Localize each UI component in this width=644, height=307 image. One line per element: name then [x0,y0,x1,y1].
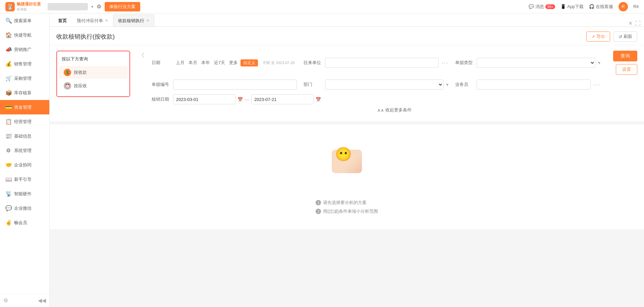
verify-date-start-input[interactable] [173,94,235,104]
sidebar-item-hardware[interactable]: 📡 智能硬件 [0,187,49,201]
collapse-more-button[interactable]: ∧∧ 收起更多条件 [377,107,412,113]
counterparty-field: 往来单位 ··· [304,58,449,68]
verify-date-label: 核销日期 [152,96,170,102]
staff-more-icon[interactable]: ··· [593,81,600,88]
search-bar-placeholder[interactable] [48,3,88,10]
refresh-button[interactable]: ↺ 刷新 [613,32,637,42]
query-button[interactable]: 查询 [613,51,637,61]
service-icon: 🎧 [589,4,594,9]
receivable-option-label: 按应收 [74,83,87,89]
purchase-icon: 🛒 [5,75,11,82]
tab-collection[interactable]: 收款核销执行 ✕ [113,14,154,27]
message-action[interactable]: 💬 消息 99+ [529,4,555,10]
date-label: 日期 [152,60,170,66]
basic-info-icon: 📰 [5,133,11,139]
dropdown-icon[interactable]: ▾ [91,4,93,9]
date-hint: 不限 至 2023-07-26 [263,60,294,65]
sidebar-item-quick-nav[interactable]: 🏠 快捷导航 [0,28,49,42]
staff-label: 业务员 [455,82,474,88]
solution-button[interactable]: 体验行业方案 [105,2,140,11]
settings-button[interactable]: 设置 [616,64,637,75]
sidebar-item-member[interactable]: ✌ 畅会员 [0,215,49,230]
verify-date-end-input[interactable] [251,94,314,104]
filter-row-2: 单据编号 部门 ▾ 业务员 [152,80,637,90]
refresh-label: 刷新 [624,34,632,40]
empty-text: 1 请先选择要分析的方案 2 用[过滤]条件来缩小分析范围 [316,198,378,216]
filter-panel: 按以下方查询 💲 按收款 ⏰ 按应收 [56,51,130,97]
calendar-end-icon[interactable]: 📅 [316,97,321,102]
filter-option-by-receipt[interactable]: 💲 按收款 [59,66,127,79]
tabbar: 首页 预付冲应付单 ✕ 收款核销执行 ✕ ✕ ⛶ [50,13,644,27]
date-custom-badge[interactable]: 自定义 [240,59,258,66]
tab-home-label: 首页 [58,18,67,24]
date-quick-thisyear[interactable]: 本年 [200,59,211,66]
date-range-sep: — [245,97,249,102]
dept-label: 部门 [304,82,322,88]
date-quick-7days[interactable]: 近7天 [213,59,226,66]
staff-field: 业务员 ··· [455,80,600,90]
date-quick-lastmonth[interactable]: 上月 [174,59,186,66]
sidebar-label-finance: 资金管理 [14,104,32,110]
verify-date-field: 核销日期 📅 — 📅 [152,94,637,104]
chevron-up-icon: ∧∧ [377,108,384,113]
sidebar-bottom: ⚙ ◀◀ [0,294,49,307]
date-quick-thismonth[interactable]: 本月 [187,59,199,66]
settings-bottom-icon[interactable]: ⚙ [3,297,8,304]
filter-rows: 日期 上月 本月 本年 近7天 更多 自定义 不限 至 2023-07-26 [152,51,637,104]
query-actions: 查询 设置 [607,51,637,75]
empty-step2-num: 2 [316,209,321,214]
sidebar-label-search: 搜索菜单 [14,18,32,24]
sidebar-label-basic-info: 基础信息 [14,133,32,139]
user-avatar[interactable]: R [619,2,628,11]
empty-state: 😶 1 请先选择要分析的方案 2 用[过滤]条件来缩小分析范围 [50,124,644,229]
dept-select[interactable] [325,80,444,90]
sidebar-item-wechat[interactable]: 💬 企业微信 [0,201,49,215]
counterparty-label: 往来单位 [304,60,322,66]
sidebar-item-sales[interactable]: 💰 销售管理 [0,57,49,71]
sidebar-label-wechat: 企业微信 [14,205,32,211]
expand-icon[interactable]: ⛶ [635,20,641,27]
sidebar-item-marketing[interactable]: 📣 营销推广 [0,42,49,57]
message-icon: 💬 [529,4,534,9]
sidebar-item-finance[interactable]: 💳 资金管理 [0,100,49,114]
operations-icon: 📋 [5,118,11,125]
docno-label: 单据编号 [152,82,170,88]
sidebar-item-search[interactable]: 🔍 搜索菜单 [0,13,49,28]
online-service-action[interactable]: 🎧 在线客服 [589,4,613,10]
calendar-start-icon[interactable]: 📅 [237,97,243,102]
counterparty-input[interactable] [325,58,439,68]
sidebar-item-purchase[interactable]: 🛒 采购管理 [0,71,49,86]
member-icon: ✌ [5,219,11,226]
collapse-sidebar-icon[interactable]: ◀◀ [38,297,46,304]
date-quick-more[interactable]: 更多 [228,59,239,66]
sidebar-item-guide[interactable]: 📖 新手引导 [0,172,49,187]
filter-left-panel: 按以下方查询 💲 按收款 ⏰ 按应收 [56,51,130,116]
sidebar-item-collab[interactable]: 🤝 企业协同 [0,158,49,172]
tab-prepay-close[interactable]: ✕ [105,18,108,23]
docno-input[interactable] [173,80,297,90]
sidebar-item-system[interactable]: ⚙ 系统管理 [0,143,49,158]
counterparty-more-icon[interactable]: ··· [441,59,448,66]
app-download-action[interactable]: 📱 App下载 [560,4,584,10]
filter-row-3: 核销日期 📅 — 📅 [152,94,637,104]
topbar-actions: 💬 消息 99+ 📱 App下载 🎧 在线客服 R Rit [529,2,639,11]
tab-collection-close[interactable]: ✕ [146,18,149,23]
message-label: 消息 [535,4,544,10]
sidebar-item-basic-info[interactable]: 📰 基础信息 [0,129,49,143]
filter-panel-title: 按以下方查询 [57,55,129,65]
filter-option-by-receivable[interactable]: ⏰ 按应收 [59,80,127,92]
gear-icon[interactable]: ⚙ [97,3,101,10]
app-download-label: App下载 [567,4,584,10]
doctype-select[interactable] [477,58,595,68]
empty-face-icon: 😶 [335,146,352,162]
docno-field: 单据编号 [152,80,297,90]
tab-home[interactable]: 首页 [53,14,72,27]
sidebar: 🔍 搜索菜单 🏠 快捷导航 📣 营销推广 💰 销售管理 🛒 采购管理 📦 库存核… [0,13,50,307]
collapse-left-panel-btn[interactable]: 《 [137,51,146,116]
sidebar-item-operations[interactable]: 📋 经营管理 [0,114,49,129]
export-button[interactable]: ↗ 导出 [586,32,610,42]
staff-input[interactable] [477,80,591,90]
sidebar-item-inventory[interactable]: 📦 库存核算 [0,86,49,100]
close-all-icon[interactable]: ✕ [628,20,633,27]
tab-prepay[interactable]: 预付冲应付单 ✕ [72,14,113,27]
